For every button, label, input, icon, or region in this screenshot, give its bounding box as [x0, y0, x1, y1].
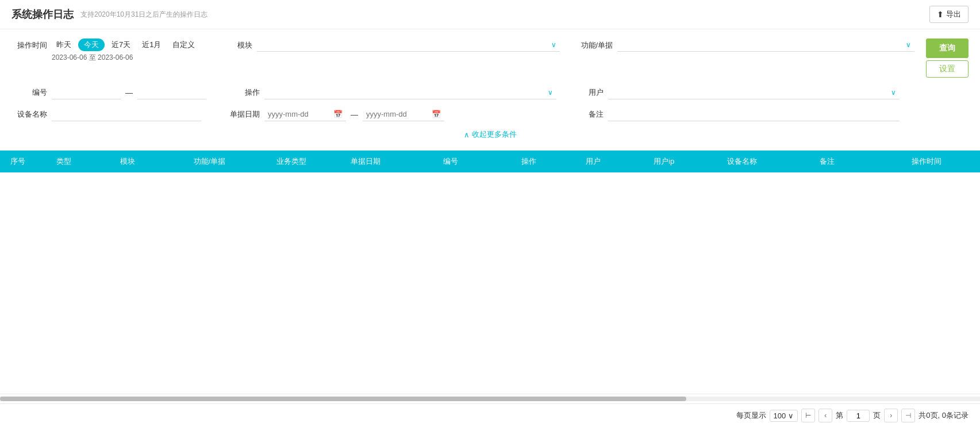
header-left: 系统操作日志 支持2020年10月31日之后产生的操作日志: [11, 7, 207, 21]
operation-select[interactable]: ∨: [264, 86, 556, 99]
setting-button[interactable]: 设置: [926, 60, 969, 78]
function-chevron-down-icon: ∨: [906, 41, 911, 49]
col-operation: 操作: [497, 151, 561, 172]
time-btn-7days[interactable]: 近7天: [107, 39, 135, 51]
table-header-row: 序号 类型 模块 功能/单据 业务类型 单据日期 编号 操作 用户 用户ip 设…: [0, 151, 980, 172]
prev-page-button[interactable]: ‹: [818, 409, 832, 422]
date-end-input[interactable]: [366, 110, 429, 118]
col-code: 编号: [405, 151, 497, 172]
table-wrap[interactable]: 序号 类型 模块 功能/单据 业务类型 单据日期 编号 操作 用户 用户ip 设…: [0, 151, 980, 394]
module-label: 模块: [217, 40, 257, 51]
operation-label: 操作: [224, 87, 264, 98]
pagination: 每页显示 100 ∨ ⊢ ‹ 第 1 页 › ⊣ 共0页, 0条记录: [736, 409, 969, 422]
time-btn-1month[interactable]: 近1月: [137, 39, 166, 51]
date-start-wrap: 📅: [264, 107, 346, 121]
collapse-bar: ∧ 收起更多条件: [11, 126, 969, 145]
scrollbar-wrap: [0, 394, 980, 403]
module-select[interactable]: ∨: [257, 39, 560, 52]
data-table: 序号 类型 模块 功能/单据 业务类型 单据日期 编号 操作 用户 用户ip 设…: [0, 151, 980, 172]
function-select[interactable]: ∨: [617, 39, 914, 52]
page-unit: 页: [873, 410, 881, 421]
collapse-button[interactable]: ∧ 收起更多条件: [464, 129, 517, 140]
voucher-date-label: 单据日期: [224, 109, 264, 120]
remark-input[interactable]: [608, 107, 900, 121]
function-label: 功能/单据: [571, 40, 617, 51]
date-start-input[interactable]: [268, 110, 331, 118]
page-header: 系统操作日志 支持2020年10月31日之后产生的操作日志 ⬆ 导出: [0, 0, 980, 29]
time-btn-yesterday[interactable]: 昨天: [52, 39, 76, 51]
time-btn-custom[interactable]: 自定义: [168, 39, 199, 51]
col-function: 功能/单据: [163, 151, 256, 172]
query-button[interactable]: 查询: [926, 39, 969, 58]
next-page-button[interactable]: ›: [884, 409, 898, 422]
date-end-wrap: 📅: [363, 107, 444, 121]
code-input-start[interactable]: [52, 86, 121, 99]
page-subtitle: 支持2020年10月31日之后产生的操作日志: [80, 10, 207, 20]
first-page-button[interactable]: ⊢: [801, 409, 815, 422]
page-size-label: 每页显示: [736, 410, 766, 421]
module-chevron-down-icon: ∨: [551, 41, 556, 49]
col-device: 设备名称: [703, 151, 781, 172]
col-voucher-date: 单据日期: [326, 151, 405, 172]
page-size-chevron-icon: ∨: [788, 411, 794, 420]
operation-chevron-down-icon: ∨: [548, 89, 553, 97]
col-op-time: 操作时间: [874, 151, 980, 172]
calendar-end-icon[interactable]: 📅: [432, 110, 441, 118]
col-user-ip: 用户ip: [625, 151, 703, 172]
export-button[interactable]: ⬆ 导出: [929, 6, 969, 23]
page-label: 第: [836, 410, 843, 421]
horizontal-scrollbar[interactable]: [0, 397, 980, 401]
collapse-up-icon: ∧: [464, 130, 470, 139]
page-title: 系统操作日志: [11, 7, 74, 21]
main-content: 序号 类型 模块 功能/单据 业务类型 单据日期 编号 操作 用户 用户ip 设…: [0, 151, 980, 394]
filter-area: 操作时间 昨天 今天 近7天 近1月 自定义 2023-06-06 至 2023…: [0, 29, 980, 151]
time-label: 操作时间: [11, 40, 52, 51]
col-module: 模块: [93, 151, 164, 172]
date-range-display: 2023-06-06 至 2023-06-06: [52, 53, 199, 63]
page-size-value: 100: [774, 411, 786, 420]
total-info: 共0页, 0条记录: [918, 410, 969, 421]
collapse-label: 收起更多条件: [472, 129, 517, 140]
time-btn-today[interactable]: 今天: [78, 39, 105, 51]
device-input[interactable]: [52, 107, 201, 121]
col-type: 类型: [36, 151, 93, 172]
code-label: 编号: [11, 87, 52, 98]
last-page-button[interactable]: ⊣: [901, 409, 915, 422]
scrollbar-thumb[interactable]: [0, 397, 686, 401]
device-label: 设备名称: [11, 109, 52, 120]
code-input-end[interactable]: [137, 86, 206, 99]
page-number-input[interactable]: 1: [847, 410, 870, 422]
export-icon: ⬆: [937, 10, 944, 19]
export-label: 导出: [946, 9, 961, 20]
col-biz-type: 业务类型: [256, 151, 327, 172]
user-chevron-down-icon: ∨: [891, 89, 896, 97]
action-buttons: 查询 设置: [926, 39, 969, 78]
col-user: 用户: [561, 151, 625, 172]
time-btn-group: 昨天 今天 近7天 近1月 自定义: [52, 39, 199, 51]
page-size-select[interactable]: 100 ∨: [770, 410, 798, 422]
calendar-start-icon[interactable]: 📅: [333, 110, 343, 118]
col-seq: 序号: [0, 151, 36, 172]
remark-label: 备注: [568, 109, 608, 120]
user-label: 用户: [568, 87, 608, 98]
page-footer: 每页显示 100 ∨ ⊢ ‹ 第 1 页 › ⊣ 共0页, 0条记录: [0, 403, 980, 427]
user-select[interactable]: ∨: [608, 86, 900, 99]
col-remark: 备注: [781, 151, 874, 172]
